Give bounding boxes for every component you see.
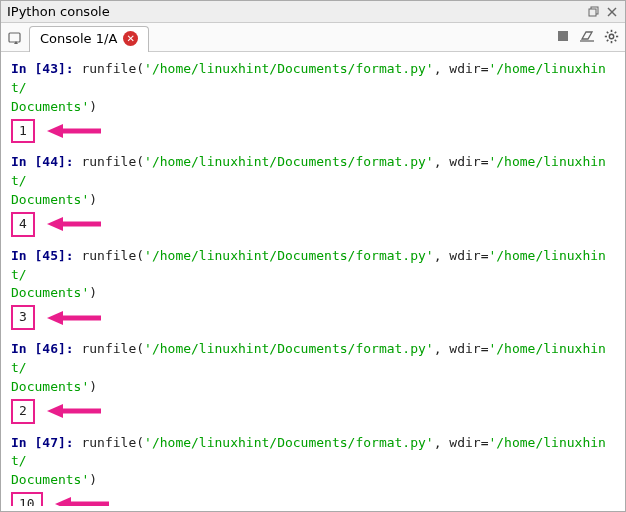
window-title: IPython console [7, 4, 110, 19]
window-titlebar: IPython console [1, 1, 625, 23]
svg-marker-25 [55, 497, 71, 506]
browse-tabs-icon[interactable] [7, 29, 25, 47]
svg-rect-5 [558, 31, 568, 41]
annotation-arrow-icon [45, 122, 103, 140]
tab-label: Console 1/A [40, 31, 117, 46]
console-input-line: In [47]: runfile('/home/linuxhint/Docume… [11, 434, 615, 491]
svg-point-7 [609, 34, 613, 38]
svg-line-12 [606, 31, 608, 33]
console-output-line: 10 [11, 492, 615, 506]
annotation-arrow-icon [53, 495, 111, 506]
annotation-arrow-icon [45, 402, 103, 420]
annotation-arrow-icon [45, 309, 103, 327]
svg-line-15 [606, 39, 608, 41]
console-output-area[interactable]: In [43]: runfile('/home/linuxhint/Docume… [1, 52, 625, 506]
svg-marker-17 [47, 124, 63, 138]
svg-marker-19 [47, 217, 63, 231]
console-input-line: In [43]: runfile('/home/linuxhint/Docume… [11, 60, 615, 117]
clear-icon[interactable] [579, 28, 595, 44]
window-controls [587, 5, 619, 19]
svg-marker-21 [47, 311, 63, 325]
svg-rect-4 [9, 33, 20, 42]
console-toolbar: Console 1/A ✕ [1, 23, 625, 52]
console-input-line: In [44]: runfile('/home/linuxhint/Docume… [11, 153, 615, 210]
output-value: 3 [11, 305, 35, 330]
close-tab-icon[interactable]: ✕ [123, 31, 138, 46]
output-value: 2 [11, 399, 35, 424]
svg-line-13 [614, 39, 616, 41]
console-output-line: 4 [11, 212, 615, 237]
svg-rect-1 [589, 9, 596, 16]
console-input-line: In [45]: runfile('/home/linuxhint/Docume… [11, 247, 615, 304]
output-value: 10 [11, 492, 43, 506]
svg-line-14 [614, 31, 616, 33]
console-output-line: 2 [11, 399, 615, 424]
output-value: 4 [11, 212, 35, 237]
output-value: 1 [11, 119, 35, 144]
console-output-line: 3 [11, 305, 615, 330]
svg-marker-23 [47, 404, 63, 418]
restore-icon[interactable] [587, 5, 601, 19]
close-window-icon[interactable] [605, 5, 619, 19]
stop-icon[interactable] [555, 28, 571, 44]
console-output-line: 1 [11, 119, 615, 144]
tab-console-1a[interactable]: Console 1/A ✕ [29, 26, 149, 52]
console-input-line: In [46]: runfile('/home/linuxhint/Docume… [11, 340, 615, 397]
annotation-arrow-icon [45, 215, 103, 233]
options-gear-icon[interactable] [603, 28, 619, 44]
